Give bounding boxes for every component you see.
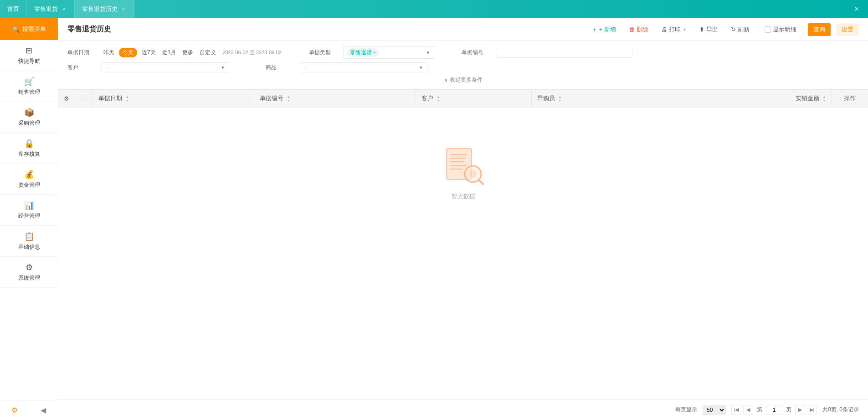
sidebar-item-basic-info[interactable]: 📋 基础信息 (0, 226, 58, 257)
sidebar-item-system[interactable]: ⚙ 系统管理 (0, 257, 58, 288)
settings-button[interactable]: 设置 (836, 23, 859, 36)
search-icon: 🔍 (12, 26, 20, 33)
date-opt-more[interactable]: 更多 (180, 48, 195, 57)
date-filter-label: 单据日期 (67, 49, 92, 56)
doc-type-dropdown-arrow: ▼ (426, 50, 430, 55)
col-customer[interactable]: 客户 ▲▼ (416, 90, 531, 108)
doc-type-tag-remove[interactable]: × (373, 50, 376, 55)
data-table: ⚙ 单据日期 ▲▼ 单据编号 (58, 90, 868, 237)
customer-dropdown-arrow: ▼ (221, 65, 225, 70)
collapse-up-icon: ∧ (444, 77, 448, 83)
table-settings-icon[interactable]: ⚙ (64, 95, 69, 102)
new-button[interactable]: ＋ + 新增 (588, 24, 620, 36)
delete-button[interactable]: 🗑 删除 (625, 24, 652, 36)
customer-label: 客户 (67, 64, 92, 72)
goods-label: 商品 (266, 64, 291, 72)
doc-no-input[interactable] (496, 48, 632, 58)
page-next-button[interactable]: ▶ (795, 405, 805, 415)
customer-selector[interactable]: ... ▼ (102, 62, 229, 72)
operations-icon: 📊 (24, 200, 34, 210)
show-detail-checkbox[interactable] (765, 26, 771, 33)
show-detail-toggle[interactable]: 显示明细 (765, 26, 796, 34)
page-header: 零售退货历史 ＋ + 新增 🗑 删除 🖨 打印 ▼ ⬆ 导出 (58, 18, 868, 41)
col-checkbox[interactable] (75, 90, 93, 108)
date-opt-last7[interactable]: 近7天 (140, 48, 158, 57)
tab-retail-return[interactable]: 零售退货 × (27, 0, 75, 18)
tab-retail-return-history-label: 零售退货历史 (82, 5, 118, 13)
print-icon: 🖨 (661, 26, 667, 33)
sidebar-item-purchase[interactable]: 📦 采购管理 (0, 102, 58, 133)
print-button[interactable]: 🖨 打印 ▼ (657, 24, 690, 36)
page-first-button[interactable]: |◀ (731, 405, 741, 415)
sidebar-item-operations-label: 经营管理 (18, 212, 40, 220)
collapse-button[interactable]: ∧ 收起更多条件 (444, 76, 483, 84)
tab-retail-return-history[interactable]: 零售退货历史 × (75, 0, 134, 18)
goods-dropdown-arrow: ▼ (419, 65, 423, 70)
page-last-button[interactable]: ▶| (807, 405, 817, 415)
col-doc-date[interactable]: 单据日期 ▲▼ (93, 90, 254, 108)
per-page-select[interactable]: 50 10 20 100 (703, 405, 726, 415)
customer-sort-icon: ▲▼ (437, 95, 440, 102)
sidebar: 🔍 搜索菜单 ⊞ 快捷导航 🛒 销售管理 📦 采购管理 🔒 库存核算 💰 资金管… (0, 18, 58, 420)
sidebar-settings-button[interactable]: ⚙ (0, 400, 29, 420)
sidebar-item-inventory[interactable]: 🔒 库存核算 (0, 133, 58, 164)
sidebar-arrow-icon: ◀ (41, 406, 46, 415)
tab-retail-return-close[interactable]: × (61, 6, 67, 12)
sidebar-item-quick-nav[interactable]: ⊞ 快捷导航 (0, 40, 58, 71)
sidebar-item-quick-nav-label: 快捷导航 (18, 57, 40, 65)
inventory-icon: 🔒 (24, 138, 34, 149)
empty-text: 暂无数据 (452, 192, 475, 200)
export-label: 导出 (706, 26, 718, 34)
sidebar-item-operations[interactable]: 📊 经营管理 (0, 195, 58, 226)
table-container: ⚙ 单据日期 ▲▼ 单据编号 (58, 90, 868, 399)
col-settings[interactable]: ⚙ (58, 90, 75, 108)
date-opt-yesterday[interactable]: 昨天 (102, 48, 116, 57)
sidebar-collapse-button[interactable]: ◀ (29, 400, 58, 420)
svg-point-8 (469, 170, 477, 178)
query-button[interactable]: 查询 (808, 23, 831, 36)
col-amount[interactable]: 实销金额 ▲▼ (670, 90, 832, 108)
sales-icon: 🛒 (24, 77, 34, 87)
window-close-button[interactable]: × (845, 0, 868, 18)
sidebar-search[interactable]: 🔍 搜索菜单 (0, 18, 58, 40)
select-all-checkbox[interactable] (81, 95, 87, 101)
date-opt-last-month[interactable]: 近1月 (160, 48, 178, 57)
collapse-label: 收起更多条件 (450, 76, 483, 84)
sidebar-item-finance[interactable]: 💰 资金管理 (0, 164, 58, 195)
system-icon: ⚙ (26, 262, 33, 272)
goods-selector[interactable]: ... ▼ (300, 62, 427, 72)
page-number-input[interactable] (766, 405, 782, 415)
export-icon: ⬆ (699, 26, 704, 33)
new-label: + 新增 (599, 26, 616, 34)
export-button[interactable]: ⬆ 导出 (696, 24, 722, 36)
page-prev-button[interactable]: ◀ (743, 405, 753, 415)
doc-no-label: 单据编号 (462, 49, 487, 56)
filter-row-1: 单据日期 昨天 今天 近7天 近1月 更多 自定义 2023-06-02 至 2… (67, 46, 859, 59)
guide-sort-icon: ▲▼ (558, 95, 561, 102)
date-opt-today[interactable]: 今天 (119, 48, 137, 57)
page-title: 零售退货历史 (67, 25, 588, 34)
print-label: 打印 (669, 26, 681, 34)
sidebar-item-sales[interactable]: 🛒 销售管理 (0, 71, 58, 102)
tab-retail-return-history-close[interactable]: × (120, 6, 127, 12)
table-footer: 每页显示 50 10 20 100 |◀ ◀ 第 页 ▶ ▶| 共0页, 0条记… (58, 399, 868, 420)
sidebar-item-inventory-label: 库存核算 (18, 150, 40, 158)
svg-rect-5 (450, 169, 463, 170)
empty-state: 暂无数据 (58, 108, 868, 237)
top-bar: 首页 零售退货 × 零售退货历史 × × (0, 0, 868, 18)
main-layout: 🔍 搜索菜单 ⊞ 快捷导航 🛒 销售管理 📦 采购管理 🔒 库存核算 💰 资金管… (0, 18, 868, 420)
delete-label: 删除 (637, 26, 648, 34)
svg-rect-2 (450, 158, 466, 159)
quick-nav-icon: ⊞ (26, 46, 32, 56)
svg-line-7 (479, 180, 483, 184)
sidebar-item-sales-label: 销售管理 (18, 88, 40, 96)
tab-home[interactable]: 首页 (0, 0, 27, 18)
refresh-button[interactable]: ↻ 刷新 (727, 24, 753, 36)
col-doc-no[interactable]: 单据编号 ▲▼ (254, 90, 416, 108)
sidebar-item-finance-label: 资金管理 (18, 181, 40, 189)
col-guide[interactable]: 导购员 ▲▼ (531, 90, 670, 108)
date-opt-custom[interactable]: 自定义 (198, 48, 218, 57)
svg-rect-4 (450, 165, 467, 166)
doc-type-selector[interactable]: 零售退货 × ▼ (343, 46, 434, 59)
goods-placeholder: ... (304, 64, 308, 71)
